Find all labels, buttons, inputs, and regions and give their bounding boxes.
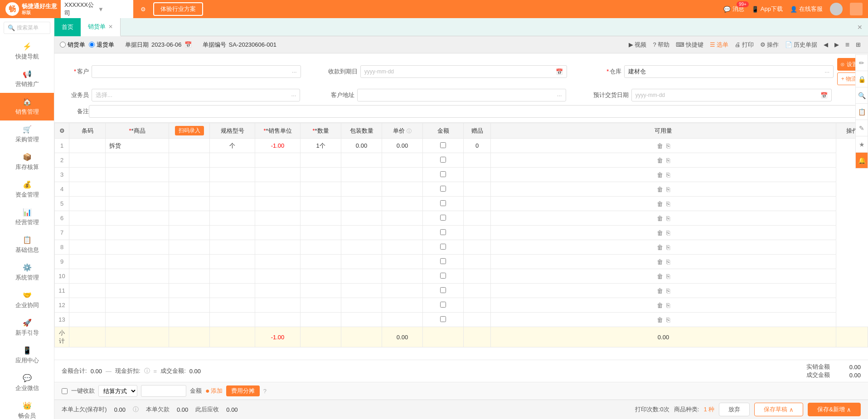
row-spec[interactable]	[169, 211, 210, 226]
row-product[interactable]	[106, 153, 169, 168]
row-gift[interactable]	[423, 197, 464, 211]
row-spec[interactable]	[169, 153, 210, 168]
radio-return[interactable]: 退货单	[89, 41, 114, 49]
row-qty[interactable]	[255, 168, 301, 182]
row-unit[interactable]	[210, 226, 255, 240]
copy-icon[interactable]: ⎘	[666, 186, 670, 193]
row-amount[interactable]	[382, 269, 423, 284]
radio-return-input[interactable]	[89, 42, 95, 48]
calendar-icon[interactable]: 📅	[184, 41, 192, 48]
gift-checkbox[interactable]	[440, 273, 446, 279]
user-menu-icon[interactable]	[850, 3, 863, 15]
row-unit[interactable]	[210, 197, 255, 211]
app-download-btn[interactable]: 📱 App下载	[752, 5, 783, 13]
message-btn[interactable]: 💬 消息 99+	[723, 5, 744, 13]
sidebar-item-quick-nav[interactable]: ⚡ 快捷导航	[0, 38, 54, 65]
float-btn-2[interactable]: 🔒	[855, 71, 868, 87]
payment-help-icon[interactable]: ?	[263, 388, 267, 395]
row-pkg-qty[interactable]	[301, 226, 341, 240]
row-unit[interactable]	[210, 298, 255, 313]
row-product[interactable]	[106, 197, 169, 211]
delete-icon[interactable]: 🗑	[657, 200, 663, 207]
gift-checkbox[interactable]	[440, 171, 446, 177]
abandon-btn[interactable]: 放弃	[719, 403, 750, 416]
row-qty[interactable]: -1.00	[255, 139, 301, 153]
row-barcode[interactable]	[69, 313, 106, 327]
row-qty[interactable]	[255, 284, 301, 298]
gift-checkbox[interactable]	[440, 200, 446, 206]
copy-icon[interactable]: ⎘	[666, 316, 670, 323]
copy-icon[interactable]: ⎘	[666, 287, 670, 294]
row-spec[interactable]	[169, 269, 210, 284]
add-btn-wrapper[interactable]: ● 添加	[205, 387, 223, 395]
float-btn-7[interactable]: 🔔	[855, 152, 868, 169]
row-barcode[interactable]	[69, 197, 106, 211]
row-product[interactable]	[106, 313, 169, 327]
row-price[interactable]	[341, 211, 382, 226]
row-pkg-qty[interactable]	[301, 255, 341, 269]
prev-btn[interactable]: ◀	[822, 40, 830, 49]
row-price[interactable]	[341, 313, 382, 327]
scan-btn[interactable]: 扫码录入	[175, 126, 204, 135]
sidebar-item-finance[interactable]: 💰 资金管理	[0, 176, 54, 203]
row-unit[interactable]	[210, 269, 255, 284]
row-gift[interactable]	[423, 211, 464, 226]
price-info-icon[interactable]: ⓘ	[407, 128, 412, 134]
row-qty[interactable]	[255, 255, 301, 269]
delete-icon[interactable]: 🗑	[657, 215, 663, 222]
sidebar-item-guide[interactable]: 🚀 新手引导	[0, 314, 54, 342]
row-unit[interactable]	[210, 211, 255, 226]
float-btn-4[interactable]: 📋	[855, 103, 868, 120]
row-spec[interactable]	[169, 182, 210, 197]
radio-sales-label[interactable]: 销货单	[68, 41, 85, 49]
gift-checkbox[interactable]	[440, 316, 446, 322]
row-barcode[interactable]	[69, 182, 106, 197]
row-qty[interactable]	[255, 197, 301, 211]
company-selector[interactable]: XXXXXX公司 ▼	[61, 0, 133, 19]
row-amount[interactable]: 0.00	[382, 139, 423, 153]
gift-checkbox[interactable]	[440, 302, 446, 308]
radio-return-label[interactable]: 退货单	[97, 41, 114, 49]
row-gift[interactable]	[423, 168, 464, 182]
address-input[interactable]: ···	[357, 89, 566, 101]
row-product[interactable]	[106, 211, 169, 226]
avatar[interactable]	[830, 3, 843, 15]
row-pkg-qty[interactable]	[301, 313, 341, 327]
row-qty[interactable]	[255, 153, 301, 168]
gift-checkbox[interactable]	[440, 157, 446, 163]
radio-sales[interactable]: 销货单	[60, 41, 85, 49]
delete-icon[interactable]: 🗑	[657, 244, 663, 251]
settings-button[interactable]: ⚙	[137, 3, 150, 15]
due-date-calendar-icon[interactable]: 📅	[556, 68, 563, 75]
copy-icon[interactable]: ⎘	[666, 244, 670, 251]
account-input[interactable]	[141, 385, 186, 397]
row-unit[interactable]	[210, 284, 255, 298]
row-gift[interactable]	[423, 226, 464, 240]
copy-icon[interactable]: ⎘	[666, 215, 670, 222]
video-btn[interactable]: ▶ 视频	[627, 40, 648, 50]
row-spec[interactable]	[169, 298, 210, 313]
sidebar-item-purchase[interactable]: 🛒 采购管理	[0, 120, 54, 148]
row-pkg-qty[interactable]	[301, 269, 341, 284]
row-pkg-qty[interactable]	[301, 197, 341, 211]
total-owe-label-icon[interactable]: ⓘ	[133, 405, 139, 414]
row-product[interactable]: 拆货	[106, 139, 169, 153]
delivery-calendar-icon[interactable]: 📅	[820, 92, 828, 99]
sidebar-item-inventory[interactable]: 📦 库存核算	[0, 148, 54, 176]
row-qty[interactable]	[255, 226, 301, 240]
add-label[interactable]: 添加	[211, 387, 223, 395]
row-price[interactable]	[341, 197, 382, 211]
row-unit[interactable]	[210, 153, 255, 168]
row-barcode[interactable]	[69, 255, 106, 269]
sidebar-item-member[interactable]: 👑 畅会员	[0, 397, 54, 419]
row-amount[interactable]	[382, 255, 423, 269]
delivery-input[interactable]: yyyy-mm-dd 📅	[631, 89, 832, 101]
sidebar-search-area[interactable]: 🔍 搜索菜单	[0, 18, 54, 38]
sidebar-item-marketing[interactable]: 📢 营销推广	[0, 65, 54, 93]
delete-icon[interactable]: 🗑	[657, 316, 663, 323]
row-price[interactable]	[341, 298, 382, 313]
row-barcode[interactable]	[69, 269, 106, 284]
row-amount[interactable]	[382, 168, 423, 182]
online-service-btn[interactable]: 👤 在线客服	[790, 5, 823, 13]
operation-btn[interactable]: ⚙ 操作	[758, 40, 781, 50]
